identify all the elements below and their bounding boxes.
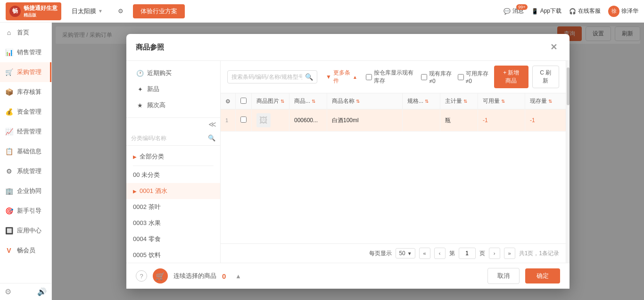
- page-prev-button[interactable]: ‹: [434, 248, 446, 259]
- checkbox-by-warehouse-label[interactable]: 按仓库显示现有库存: [366, 69, 417, 85]
- content-area: 采购管理 / 采购订单 查询 设置 刷新 商品参照 ✕: [52, 23, 644, 300]
- speaker-icon[interactable]: 🔊: [37, 287, 47, 296]
- row-checkbox-cell[interactable]: [236, 109, 252, 132]
- more-filters-button[interactable]: ▼ 更多条件 ▲: [322, 67, 361, 87]
- sort-image-icon[interactable]: ⇅: [281, 99, 284, 104]
- category-item-0003[interactable]: 0003 水果: [126, 215, 220, 231]
- cancel-button[interactable]: 取消: [487, 268, 520, 284]
- row-num-cell: 1: [221, 109, 236, 132]
- th-settings[interactable]: ⚙: [221, 93, 236, 109]
- checkbox-by-warehouse[interactable]: [366, 74, 372, 80]
- page-suffix: 页: [479, 250, 485, 258]
- collapse-footer-button[interactable]: ▲: [231, 269, 245, 283]
- table-row[interactable]: 1 🖼 000600... 白酒100ml 瓶: [221, 109, 566, 132]
- sidebar-item-member[interactable]: V 畅会员: [0, 241, 51, 260]
- message-icon: 💬: [504, 8, 511, 15]
- quick-link-new[interactable]: ✦ 新品: [131, 82, 215, 97]
- scrollbar-track[interactable]: [566, 61, 570, 263]
- frequent-icon: ★: [136, 101, 144, 109]
- category-item-0002[interactable]: 0002 茶叶: [126, 199, 220, 215]
- category-item-0001[interactable]: ▶ 0001 酒水: [126, 183, 220, 199]
- category-item-00[interactable]: 00 未分类: [126, 167, 220, 183]
- category-item-all[interactable]: ▶ 全部分类: [126, 149, 220, 165]
- sidebar-item-guide[interactable]: 🎯 新手引导: [0, 201, 51, 221]
- mobile-icon: 📱: [531, 8, 538, 15]
- sort-unit-icon[interactable]: ⇅: [463, 99, 467, 104]
- page-last-button[interactable]: »: [504, 248, 515, 259]
- sidebar-item-inventory[interactable]: 📦 库存核算: [0, 82, 51, 102]
- checkbox-usable-ne0-label[interactable]: 可用库存≠0: [458, 70, 489, 84]
- per-page-select[interactable]: 50 ▼: [396, 248, 415, 258]
- purchase-icon: 🛒: [5, 68, 13, 76]
- page-number-input[interactable]: [459, 248, 476, 259]
- sidebar-item-basic[interactable]: 📋 基础信息: [0, 142, 51, 161]
- th-unit-label: 主计量: [445, 97, 462, 105]
- filter-icon: ▼: [326, 74, 331, 80]
- row-unit-cell: 瓶: [440, 109, 478, 132]
- help-icon[interactable]: ?: [136, 270, 147, 282]
- sort-code-icon[interactable]: ⇅: [312, 99, 315, 104]
- settings-icon[interactable]: ⚙: [113, 4, 128, 19]
- category-search-input[interactable]: [131, 135, 206, 142]
- add-product-button[interactable]: + 新增商品: [494, 66, 528, 88]
- nav-selector[interactable]: 日太阳膜 ▼: [66, 4, 108, 18]
- sidebar-item-finance[interactable]: 💰 资金管理: [0, 102, 51, 122]
- th-name: 商品名称 ⇅: [327, 93, 403, 109]
- active-arrow-icon: ▶: [133, 189, 137, 194]
- sidebar-item-purchase[interactable]: 🛒 采购管理: [0, 62, 51, 82]
- sidebar-item-system[interactable]: ⚙ 系统管理: [0, 161, 51, 181]
- cart-badge-area[interactable]: 🛒: [153, 268, 168, 283]
- message-nav-item[interactable]: 💬 消息 99+: [504, 7, 524, 15]
- home-icon: ⌂: [5, 28, 13, 37]
- row-checkbox[interactable]: [240, 117, 247, 123]
- sidebar-item-sales[interactable]: 📊 销售管理: [0, 42, 51, 62]
- category-item-0004[interactable]: 0004 零食: [126, 231, 220, 247]
- quick-link-recent[interactable]: 🕐 近期购买: [131, 66, 215, 81]
- per-page-label: 每页显示: [369, 250, 392, 258]
- sort-available-icon[interactable]: ⇅: [501, 99, 505, 104]
- left-sidebar: ⌂ 首页 📊 销售管理 🛒 采购管理 📦 库存核算 💰 资金管理 📈 经营管理 …: [0, 23, 52, 300]
- select-all-checkbox[interactable]: [240, 98, 247, 104]
- sort-name-icon[interactable]: ⇅: [356, 99, 360, 104]
- logo: 畅 畅捷通好生意 精品版: [6, 2, 61, 20]
- checkbox-available-ne0-label[interactable]: 现有库存≠0: [421, 70, 453, 84]
- user-profile-nav-item[interactable]: 徐 徐泽华: [608, 6, 638, 17]
- dialog-header: 商品参照 ✕: [126, 34, 570, 61]
- th-checkbox[interactable]: [236, 93, 252, 109]
- quick-link-frequent[interactable]: ★ 频次高: [131, 98, 215, 113]
- row-name-cell: 白酒100ml: [327, 109, 403, 132]
- scrollbar-thumb[interactable]: [567, 67, 570, 105]
- sidebar-item-enterprise[interactable]: 🏢 企业协同: [0, 181, 51, 201]
- product-search-input[interactable]: [231, 74, 302, 80]
- sidebar-item-operations[interactable]: 📈 经营管理: [0, 122, 51, 142]
- trial-button[interactable]: 体验行业方案: [133, 4, 185, 18]
- th-image-label: 商品图片: [256, 97, 279, 105]
- footer-left-area: ? 🛒 连续选择的商品 0 ▲: [136, 268, 245, 283]
- sort-stock-icon[interactable]: ⇅: [548, 99, 552, 104]
- main-layout: ⌂ 首页 📊 销售管理 🛒 采购管理 📦 库存核算 💰 资金管理 📈 经营管理 …: [0, 23, 644, 300]
- sort-spec-icon[interactable]: ⇅: [425, 99, 429, 104]
- dialog-close-button[interactable]: ✕: [547, 41, 560, 54]
- product-table: ⚙ 商品图片 ⇅: [221, 93, 566, 132]
- dialog-left-panel: 🕐 近期购买 ✦ 新品 ★ 频次高: [126, 61, 221, 263]
- cart-count: 0: [222, 272, 226, 280]
- checkbox-usable-ne0[interactable]: [458, 74, 464, 80]
- th-name-label: 商品名称: [332, 97, 355, 105]
- page-first-button[interactable]: «: [419, 248, 430, 259]
- collapse-left-icon[interactable]: ≪: [208, 120, 216, 129]
- member-icon: V: [5, 246, 13, 255]
- checkbox-available-ne0[interactable]: [421, 74, 427, 80]
- app-download-nav-item[interactable]: 📱 App下载: [531, 7, 561, 15]
- cart-icon: 🛒: [153, 268, 168, 283]
- apps-icon: 🔲: [5, 226, 13, 235]
- online-service-nav-item[interactable]: 🎧 在线客服: [569, 7, 601, 15]
- sidebar-item-apps[interactable]: 🔲 应用中心: [0, 221, 51, 241]
- category-item-0005[interactable]: 0005 饮料: [126, 247, 220, 263]
- settings-bottom-icon[interactable]: ⚙: [5, 287, 11, 296]
- refresh-button[interactable]: C 刷新: [532, 66, 559, 88]
- confirm-button[interactable]: 确定: [525, 268, 560, 283]
- page-next-button[interactable]: ›: [489, 248, 500, 259]
- search-icon[interactable]: 🔍: [305, 73, 313, 81]
- category-search-icon[interactable]: 🔍: [208, 134, 215, 142]
- sidebar-item-home[interactable]: ⌂ 首页: [0, 23, 51, 42]
